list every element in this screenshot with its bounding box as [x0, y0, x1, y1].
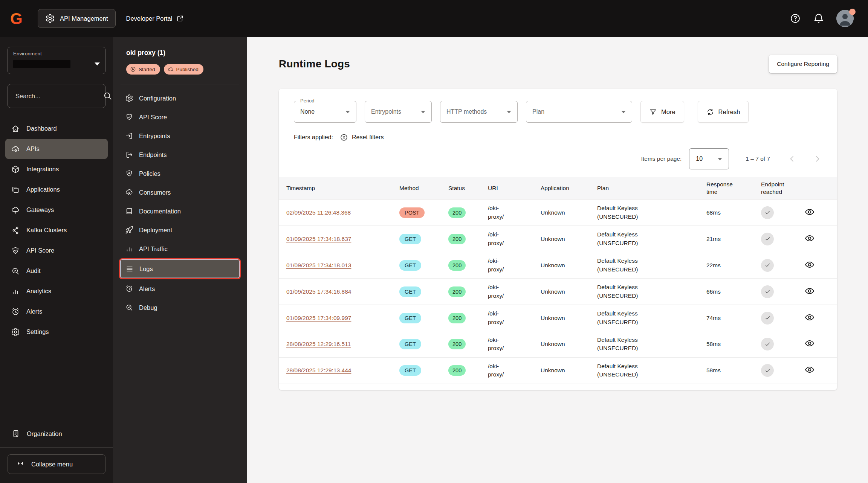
view-log-button[interactable] [804, 312, 815, 323]
sidebar-item-kafka-clusters[interactable]: Kafka Clusters [5, 220, 108, 240]
view-log-button[interactable] [804, 364, 815, 375]
api-menu-item-documentation[interactable]: Documentation [119, 202, 241, 221]
method-cell: GET [399, 357, 448, 384]
api-menu-item-debug[interactable]: Debug [119, 298, 241, 317]
api-menu-item-endpoints[interactable]: Endpoints [119, 145, 241, 164]
sidebar-item-integrations[interactable]: Integrations [5, 159, 108, 179]
help-button[interactable] [790, 13, 801, 24]
gravitee-logo[interactable]: G [9, 9, 27, 27]
sidebar-item-dashboard[interactable]: Dashboard [5, 119, 108, 139]
items-per-page-label: Items per page: [641, 155, 682, 162]
pagination-row: Items per page: 10 1 – 7 of 7 [279, 142, 837, 177]
collapse-menu-button[interactable]: Collapse menu [8, 454, 105, 474]
api-menu-item-policies[interactable]: Policies [119, 164, 241, 183]
cloud-gear-icon [11, 145, 20, 154]
timestamp-link[interactable]: 02/09/2025 11:26:48.368 [286, 209, 351, 216]
application-cell: Unknown [541, 252, 597, 279]
response-time-cell: 21ms [706, 226, 761, 252]
sidebar-item-api-score[interactable]: API Score [5, 241, 108, 261]
configure-reporting-button[interactable]: Configure Reporting [769, 55, 837, 73]
notifications-button[interactable] [813, 13, 824, 24]
view-log-button[interactable] [804, 207, 815, 217]
sidebar-item-applications[interactable]: Applications [5, 180, 108, 200]
api-menu-item-logs[interactable]: Logs [119, 258, 241, 279]
timestamp-link[interactable]: 01/09/2025 17:34:18.013 [286, 262, 351, 268]
developer-portal-link[interactable]: Developer Portal [126, 15, 184, 22]
method-cell: GET [399, 305, 448, 331]
status-cell: 200 [448, 226, 488, 252]
sidebar-item-organization[interactable]: Organization [0, 420, 113, 447]
api-management-switcher[interactable]: API Management [38, 9, 116, 28]
view-log-button[interactable] [804, 233, 815, 244]
plan-cell: Default Keyless (UNSECURED) [597, 200, 706, 226]
next-page-button[interactable] [812, 154, 823, 164]
period-value: None [300, 108, 315, 115]
sidebar-item-apis[interactable]: APIs [5, 139, 108, 159]
timestamp-link[interactable]: 01/09/2025 17:34:18.637 [286, 236, 351, 242]
sidebar-item-label: Analytics [26, 288, 51, 295]
response-time-cell: 22ms [706, 252, 761, 279]
sidebar-item-gateways[interactable]: Gateways [5, 200, 108, 220]
refresh-button[interactable]: Refresh [698, 101, 749, 123]
layout: Environment Dashboard APIs Inte [0, 37, 868, 483]
avatar[interactable] [836, 10, 854, 27]
topbar-actions [790, 10, 854, 27]
timestamp-link[interactable]: 28/08/2025 12:29:13.444 [286, 367, 351, 373]
period-select[interactable]: Period None [294, 101, 356, 123]
sidebar-item-label: Applications [26, 186, 60, 193]
plan-select[interactable]: Plan [526, 101, 632, 123]
search-input[interactable] [15, 92, 99, 100]
sidebar-item-settings[interactable]: Settings [5, 322, 108, 342]
api-menu-item-api-score[interactable]: API Score [119, 108, 241, 126]
sidebar-item-analytics[interactable]: Analytics [5, 281, 108, 301]
col-header-method: Method [399, 177, 448, 200]
status-cell: 200 [448, 279, 488, 305]
status-badge: 200 [448, 260, 466, 271]
method-cell: GET [399, 331, 448, 357]
environment-select[interactable]: Environment [8, 47, 105, 74]
actions-cell [804, 331, 837, 357]
view-log-button[interactable] [804, 338, 815, 349]
eye-icon [804, 259, 815, 270]
sidebar-item-label: Integrations [26, 166, 59, 173]
api-menu-item-deployment[interactable]: Deployment [119, 221, 241, 239]
api-menu-item-label: Documentation [139, 208, 181, 215]
sidebar-item-label: Audit [26, 267, 41, 274]
sidebar-item-alerts[interactable]: Alerts [5, 302, 108, 321]
more-filters-button[interactable]: More [640, 101, 684, 123]
items-per-page-select[interactable]: 10 [689, 148, 729, 169]
timestamp-link[interactable]: 01/09/2025 17:34:09.997 [286, 315, 351, 321]
timestamp-link[interactable]: 01/09/2025 17:34:16.884 [286, 288, 351, 295]
developer-portal-label: Developer Portal [126, 15, 173, 22]
reset-filters-button[interactable]: Reset filters [340, 133, 384, 142]
entrypoints-select[interactable]: Entrypoints [365, 101, 432, 123]
check-icon [761, 364, 774, 377]
sidebar-item-audit[interactable]: Audit [5, 261, 108, 281]
eye-icon [804, 207, 815, 217]
http-methods-select[interactable]: HTTP methods [440, 101, 518, 123]
actions-cell [804, 226, 837, 252]
api-menu-item-label: Configuration [139, 95, 176, 102]
timestamp-link[interactable]: 28/08/2025 12:29:16.511 [286, 341, 351, 347]
api-menu-item-entrypoints[interactable]: Entrypoints [119, 126, 241, 145]
logs-card: Period None Entrypoints HTTP methods Pla… [279, 89, 837, 390]
api-menu-item-consumers[interactable]: Consumers [119, 183, 241, 202]
page-title: Runtime Logs [279, 58, 350, 70]
status-cell: 200 [448, 200, 488, 226]
sidebar-item-label: APIs [26, 145, 40, 152]
environment-label: Environment [13, 51, 100, 56]
check-icon [761, 233, 774, 245]
endpoint-reached-cell [761, 226, 804, 252]
api-menu-item-api-traffic[interactable]: API Traffic [119, 239, 241, 258]
plan-cell: Default Keyless (UNSECURED) [597, 357, 706, 384]
plan-select-label: Plan [532, 108, 544, 115]
filters-applied-label: Filters applied: [294, 134, 333, 141]
api-menu-item-configuration[interactable]: Configuration [119, 89, 241, 108]
view-log-button[interactable] [804, 286, 815, 296]
view-log-button[interactable] [804, 259, 815, 270]
previous-page-button[interactable] [787, 154, 797, 164]
api-menu-item-alerts[interactable]: Alerts [119, 279, 241, 298]
bar-chart-icon [125, 245, 133, 253]
circle-x-icon [340, 133, 348, 142]
col-header-endpoint-reached: Endpoint reached [761, 177, 804, 200]
